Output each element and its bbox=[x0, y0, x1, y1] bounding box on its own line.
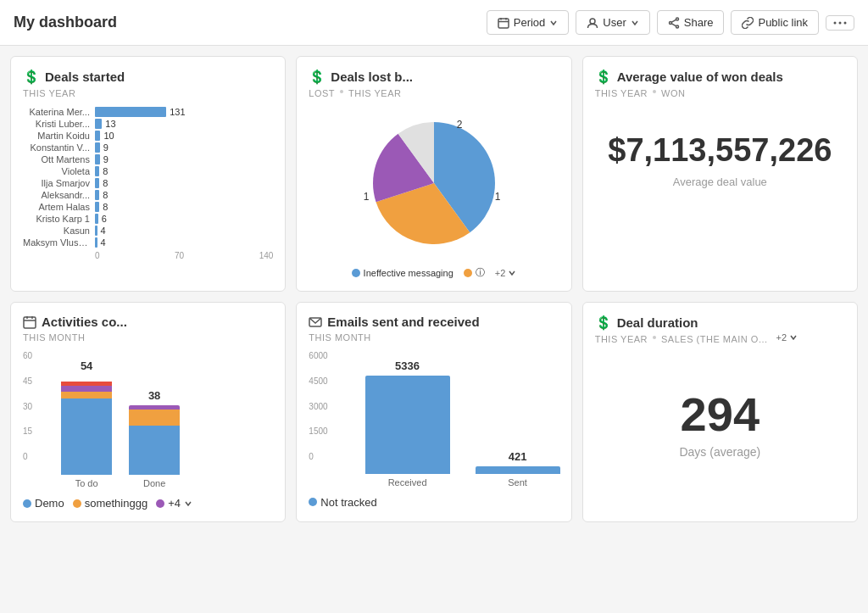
bar-label: Ott Martens bbox=[23, 154, 95, 164]
deal-duration-card: 💲 Deal duration THIS YEAR SALES (THE MAI… bbox=[582, 302, 858, 522]
y-axis-label: 30 bbox=[23, 402, 32, 411]
bar bbox=[95, 142, 100, 153]
svg-point-12 bbox=[844, 21, 847, 24]
bar-value: 131 bbox=[170, 107, 185, 117]
bar-label: Ilja Smarjov bbox=[23, 178, 95, 188]
bar-row: Konstantin V...9 bbox=[23, 142, 273, 153]
svg-line-8 bbox=[671, 20, 676, 22]
bar-row: Ott Martens9 bbox=[23, 154, 273, 164]
stacked-bar bbox=[61, 376, 112, 475]
email-bar-value: 421 bbox=[509, 450, 527, 463]
y-axis-label: 0 bbox=[309, 452, 327, 461]
more-legend-button[interactable]: +2 bbox=[495, 266, 517, 279]
bar-value: 8 bbox=[103, 178, 108, 188]
bar-container: 10 bbox=[95, 131, 273, 141]
subtitle-dot3 bbox=[653, 336, 656, 339]
average-value-card: 💲 Average value of won deals THIS YEAR W… bbox=[582, 56, 858, 292]
svg-point-6 bbox=[676, 25, 678, 28]
calendar-icon bbox=[498, 17, 509, 29]
legend-dot bbox=[73, 499, 81, 508]
bar-label: Maksym Vlushkin bbox=[23, 237, 95, 248]
stacked-bar-group: 38Done bbox=[129, 389, 180, 488]
dollar-icon: 💲 bbox=[23, 69, 40, 85]
bar-value: 4 bbox=[101, 237, 106, 248]
public-link-label: Public link bbox=[758, 16, 808, 29]
y-axis-label: 15 bbox=[23, 426, 32, 436]
average-value-title: 💲 Average value of won deals bbox=[595, 69, 845, 85]
period-button[interactable]: Period bbox=[487, 10, 570, 35]
stacked-label: Done bbox=[143, 478, 165, 488]
deal-duration-more-button[interactable]: +2 bbox=[776, 332, 798, 343]
activities-title: Activities co... bbox=[23, 315, 273, 329]
bar-container: 4 bbox=[95, 226, 273, 236]
legend-dot-orange bbox=[464, 269, 472, 277]
legend-item: Demo bbox=[23, 497, 64, 510]
email-bar-group: 5336Received bbox=[365, 359, 450, 488]
share-button[interactable]: Share bbox=[657, 10, 725, 35]
legend-label-orange: ⓘ bbox=[476, 266, 485, 279]
legend-label: Demo bbox=[35, 497, 64, 510]
stacked-bar bbox=[129, 405, 180, 475]
legend-label: Not tracked bbox=[320, 496, 376, 509]
svg-line-9 bbox=[671, 23, 676, 25]
activities-bars: 54To do38Done bbox=[36, 359, 180, 488]
pie-label: 1 bbox=[364, 191, 370, 203]
period-label: Period bbox=[514, 16, 546, 29]
bar bbox=[95, 131, 100, 141]
bar bbox=[95, 237, 97, 248]
legend-dot bbox=[23, 499, 31, 508]
bar-row: Kristo Karp 16 bbox=[23, 214, 273, 224]
link-icon bbox=[742, 17, 754, 29]
dashboard-grid: 💲 Deals started THIS YEAR Katerina Mer..… bbox=[0, 46, 868, 532]
legend-dot-blue bbox=[352, 269, 360, 277]
bar-value: 8 bbox=[103, 166, 108, 176]
legend-item[interactable]: +4 bbox=[156, 497, 192, 510]
bar-container: 131 bbox=[95, 107, 273, 117]
bar-value: 8 bbox=[103, 190, 108, 200]
subtitle-dot2 bbox=[653, 90, 656, 93]
bar-label: Katerina Mer... bbox=[23, 107, 95, 117]
user-button[interactable]: User bbox=[576, 10, 649, 35]
header-actions: Period User Share bbox=[487, 10, 854, 35]
bar-container: 8 bbox=[95, 166, 273, 176]
bar-container: 9 bbox=[95, 142, 273, 153]
bar-value: 4 bbox=[101, 226, 106, 236]
dollar-icon3: 💲 bbox=[595, 69, 612, 85]
bar-row: Maksym Vlushkin4 bbox=[23, 237, 273, 248]
legend-label: +4 bbox=[168, 497, 181, 510]
stacked-segment bbox=[61, 386, 112, 392]
bar-container: 13 bbox=[95, 119, 273, 129]
deals-lost-subtitle-row: LOST THIS YEAR bbox=[309, 85, 559, 98]
bar bbox=[95, 202, 99, 212]
public-link-button[interactable]: Public link bbox=[731, 10, 819, 35]
email-bar-label: Received bbox=[388, 477, 427, 488]
bar-container: 6 bbox=[95, 214, 273, 224]
stacked-segment bbox=[129, 410, 180, 426]
bar-label: Violeta bbox=[23, 166, 95, 176]
svg-point-4 bbox=[590, 19, 595, 24]
emails-chart: 01500300045006000 5336Received421Sent bbox=[309, 351, 559, 488]
bar-row: Aleksandr...8 bbox=[23, 190, 273, 200]
bar-label: Kristi Luber... bbox=[23, 119, 95, 129]
more-options-button[interactable] bbox=[826, 15, 854, 31]
deal-duration-label: Days (average) bbox=[595, 445, 845, 459]
legend-item: somethinggg bbox=[73, 497, 147, 510]
legend-item-blue: Ineffective messaging bbox=[352, 266, 453, 279]
y-axis-label: 0 bbox=[23, 452, 32, 461]
dollar-icon2: 💲 bbox=[309, 69, 326, 85]
email-bar-group: 421Sent bbox=[476, 450, 560, 488]
average-deal-value: $7,113,557,226 bbox=[595, 132, 845, 169]
bar bbox=[95, 107, 166, 117]
stacked-value: 38 bbox=[148, 389, 160, 402]
email-bar-value: 5336 bbox=[395, 359, 420, 372]
pie-chart: 211 bbox=[358, 107, 510, 259]
svg-point-7 bbox=[669, 21, 671, 24]
bar bbox=[95, 214, 98, 224]
svg-point-11 bbox=[839, 21, 842, 24]
bar-value: 10 bbox=[103, 131, 114, 141]
chevron-down-icon3 bbox=[508, 269, 516, 277]
bar bbox=[95, 178, 99, 188]
emails-y-axis: 01500300045006000 bbox=[309, 351, 331, 461]
bar-label: Aleksandr... bbox=[23, 190, 95, 200]
pie-label: 1 bbox=[495, 191, 501, 203]
